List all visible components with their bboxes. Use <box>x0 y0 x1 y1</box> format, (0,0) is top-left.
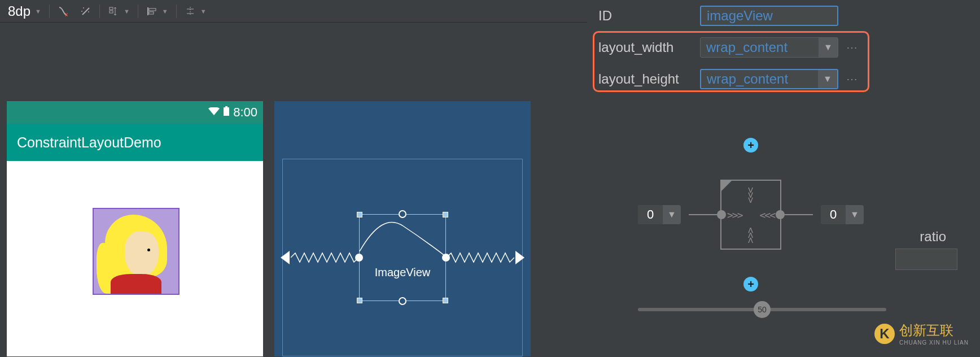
separator <box>176 5 177 18</box>
image-wave-icon <box>360 215 445 301</box>
constraint-box[interactable]: >>> >>> <<< <<< <box>720 180 781 250</box>
margin-left-field[interactable]: 0 ▼ <box>638 205 681 224</box>
svg-point-4 <box>81 11 82 12</box>
svg-rect-8 <box>149 8 156 11</box>
align-button[interactable]: ▼ <box>143 3 172 19</box>
horizontal-bias-slider[interactable]: 50 <box>638 308 886 311</box>
add-bottom-constraint-button[interactable]: + <box>743 277 758 291</box>
layout-width-field[interactable]: wrap_content ▼ <box>700 37 838 58</box>
layout-height-value: wrap_content <box>701 71 818 87</box>
svg-rect-9 <box>149 12 154 14</box>
chevron-down-icon: ▼ <box>162 8 168 15</box>
wrap-v-icon: >>> <box>745 187 757 202</box>
device-preview[interactable]: 8:00 ConstraintLayoutDemo <box>7 101 263 356</box>
separator <box>49 5 50 18</box>
constraint-arrow-right-icon <box>515 251 524 264</box>
prop-row-id: ID <box>598 0 969 32</box>
more-actions-icon[interactable]: ⋯ <box>846 41 858 54</box>
constraint-dot-left[interactable] <box>717 210 726 219</box>
ratio-field[interactable] <box>895 249 957 270</box>
svg-rect-12 <box>225 106 228 107</box>
widget-label: ImageView <box>375 266 431 279</box>
resize-handle-br[interactable] <box>443 298 448 303</box>
prop-row-height: layout_height wrap_content ▼ ⋯ <box>598 63 969 95</box>
constraint-arrow-left-icon <box>281 251 290 264</box>
default-margin-button[interactable]: 8dp ▼ <box>5 3 45 19</box>
infer-constraints-button[interactable] <box>77 3 95 19</box>
more-actions-icon[interactable]: ⋯ <box>846 72 858 86</box>
imageview-blueprint[interactable]: ImageView <box>359 214 446 301</box>
svg-point-2 <box>83 7 84 8</box>
watermark-text: 创新互联 <box>899 323 953 338</box>
device-content <box>7 161 263 356</box>
imageview-preview[interactable] <box>93 208 180 295</box>
status-time: 8:00 <box>233 105 257 120</box>
id-field[interactable] <box>700 6 838 26</box>
guidelines-button[interactable]: ▼ <box>181 3 210 19</box>
separator <box>99 5 100 18</box>
watermark-subtext: CHUANG XIN HU LIAN <box>899 339 969 346</box>
margin-right-value: 0 <box>821 205 846 224</box>
add-top-constraint-button[interactable]: + <box>743 138 758 153</box>
spring-right-icon <box>447 252 514 263</box>
chevron-down-icon: ▼ <box>124 8 130 15</box>
dropdown-toggle[interactable]: ▼ <box>818 70 837 88</box>
resize-handle-tr[interactable] <box>443 212 448 217</box>
chevron-down-icon[interactable]: ▼ <box>663 210 681 220</box>
properties-panel: ID layout_width wrap_content ▼ ⋯ layout_… <box>587 0 980 357</box>
magic-wand-icon <box>80 6 91 17</box>
prop-row-width: layout_width wrap_content ▼ ⋯ <box>598 32 969 63</box>
svg-line-1 <box>82 8 89 15</box>
constraint-inspector: + >>> >>> <<< <<< 0 ▼ 0 ▼ + <box>632 141 869 288</box>
wrap-left-icon: >>> <box>727 209 742 221</box>
id-input[interactable] <box>701 8 881 24</box>
bias-thumb[interactable]: 50 <box>754 301 771 318</box>
separator <box>138 5 138 18</box>
ratio-label: ratio <box>920 229 946 245</box>
layout-width-label: layout_width <box>598 40 694 55</box>
app-bar: ConstraintLayoutDemo <box>7 124 263 161</box>
status-bar: 8:00 <box>7 101 263 124</box>
clear-constraints-button[interactable]: x <box>54 3 72 19</box>
align-icon <box>146 6 158 17</box>
guideline-icon <box>185 6 196 17</box>
svg-rect-5 <box>110 7 113 10</box>
blueprint-root[interactable]: ImageView <box>282 159 523 356</box>
margin-left-value: 0 <box>638 205 663 224</box>
svg-point-3 <box>88 11 89 12</box>
pack-button[interactable]: ▼ <box>104 3 133 19</box>
svg-rect-11 <box>224 107 229 116</box>
anchor-top[interactable] <box>399 210 406 218</box>
watermark: K 创新互联 CHUANG XIN HU LIAN <box>874 321 969 346</box>
app-title: ConstraintLayoutDemo <box>17 134 161 151</box>
wrap-right-icon: <<< <box>759 209 775 221</box>
ratio-toggle-icon[interactable] <box>720 180 733 192</box>
id-label: ID <box>598 8 694 24</box>
anchor-bottom[interactable] <box>399 297 406 305</box>
resize-handle-bl[interactable] <box>357 298 362 303</box>
design-canvas: 8:00 ConstraintLayoutDemo ImageView <box>0 23 587 357</box>
pack-icon <box>108 6 119 17</box>
spring-left-icon <box>291 252 358 263</box>
watermark-logo-icon: K <box>874 324 895 344</box>
margin-value-label: 8dp <box>8 3 30 19</box>
battery-icon <box>223 105 230 120</box>
chevron-down-icon: ▼ <box>200 8 207 15</box>
layout-height-label: layout_height <box>598 71 694 87</box>
svg-rect-6 <box>110 11 113 13</box>
anchor-left[interactable] <box>355 254 363 262</box>
layout-height-field[interactable]: wrap_content ▼ <box>700 69 838 89</box>
constraint-line-right <box>780 214 813 215</box>
dropdown-toggle[interactable]: ▼ <box>819 38 838 57</box>
svg-text:x: x <box>65 11 68 17</box>
chevron-down-icon: ▼ <box>35 8 41 15</box>
wrap-v-icon: <<< <box>745 227 757 242</box>
blueprint-view[interactable]: ImageView <box>274 101 531 356</box>
layout-width-value: wrap_content <box>701 40 819 55</box>
resize-handle-tl[interactable] <box>357 212 362 217</box>
margin-right-field[interactable]: 0 ▼ <box>821 205 864 224</box>
chevron-down-icon[interactable]: ▼ <box>846 210 864 220</box>
wifi-icon <box>208 105 220 120</box>
constraint-dot-right[interactable] <box>776 210 785 219</box>
